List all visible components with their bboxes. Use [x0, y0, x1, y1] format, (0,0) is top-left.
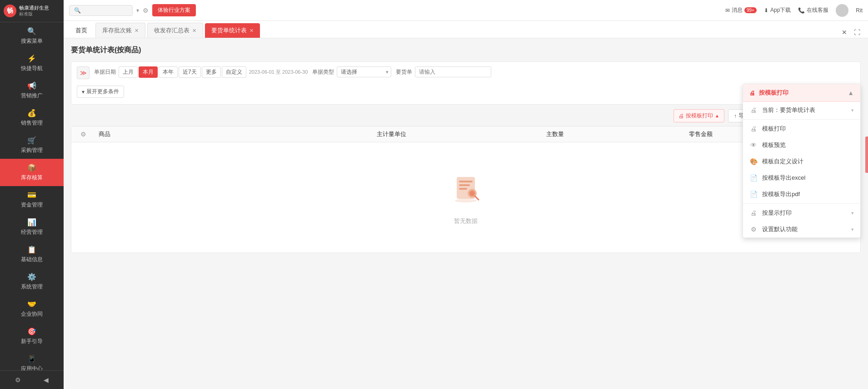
type-select[interactable]: 请选择 [337, 66, 391, 77]
date-btn-7days[interactable]: 近7天 [179, 66, 201, 78]
dropdown-item-display-print[interactable]: 🖨 按显示打印 ▾ [743, 205, 860, 221]
messages-btn[interactable]: ✉ 消息 99+ [725, 6, 757, 14]
tab-home-label: 首页 [75, 26, 87, 35]
sidebar-item-sales[interactable]: 💰 销售管理 [0, 104, 64, 131]
date-btn-this-year[interactable]: 本年 [159, 66, 178, 78]
filter-group-type: 单据类型 请选择 [312, 66, 391, 77]
date-buttons: 上月 本月 本年 近7天 更多 自定义 2023-06-01 至 2023-06… [119, 66, 308, 78]
sidebar-item-system[interactable]: ⚙️ 系统管理 [0, 268, 64, 295]
tab-maximize-btn[interactable]: ⛶ [852, 27, 863, 38]
content-area: 要货单统计表(按商品) ≫ 单据日期 上月 本月 本年 近7天 更多 自定义 [64, 38, 868, 389]
template-preview-icon: 👁 [749, 141, 758, 149]
dropdown-item-set-default[interactable]: ⚙ 设置默认功能 ▾ [743, 221, 860, 237]
print-template-btn[interactable]: 🖨 按模板打印 ▲ [673, 109, 724, 122]
dropdown-close-btn[interactable]: ▲ [848, 89, 854, 96]
sidebar-item-inventory[interactable]: 📦 库存核算 [0, 159, 64, 186]
newbie-icon: 🎯 [27, 327, 36, 336]
search-icon: 🔍 [27, 27, 36, 35]
goods-input[interactable] [415, 66, 491, 77]
sidebar-item-marketing[interactable]: 📢 营销推广 [0, 77, 64, 104]
dropdown-item-template-preview[interactable]: 👁 模板预览 [743, 137, 860, 153]
expand-label: 展开更多条件 [86, 88, 119, 96]
template-design-label: 模板自定义设计 [762, 157, 854, 166]
goods-filter-label: 要货单 [396, 68, 412, 76]
date-btn-current-month[interactable]: 本月 [139, 66, 158, 78]
purchase-icon: 🛒 [27, 136, 36, 145]
messages-label: 消息 [732, 6, 743, 14]
sidebar-item-label: 应用中心 [21, 365, 43, 370]
username: Rit [856, 7, 863, 14]
sidebar-items-list: 🔍 搜索菜单 ⚡ 快捷导航 📢 营销推广 💰 销售管理 🛒 采购管理 📦 库存核… [0, 22, 64, 370]
header-search-box[interactable]: 🔍 [69, 5, 133, 16]
dropdown-item-export-excel[interactable]: 📄 按模板导出excel [743, 170, 860, 186]
online-service-btn[interactable]: 📞 在线客服 [798, 6, 828, 14]
date-btn-custom[interactable]: 自定义 [222, 66, 246, 78]
logo-icon: 畅 [4, 5, 16, 17]
service-icon: 📞 [798, 7, 805, 14]
sidebar: 畅 畅康通好生意 标准版 🔍 搜索菜单 ⚡ 快捷导航 📢 营销推广 💰 销售管理… [0, 0, 64, 389]
sidebar-item-basic[interactable]: 📋 基础信息 [0, 241, 64, 268]
scroll-indicator[interactable] [865, 136, 868, 173]
sidebar-item-label: 销售管理 [21, 119, 43, 127]
tab-receipt-summary-close[interactable]: ✕ [192, 28, 196, 34]
date-btn-more[interactable]: 更多 [202, 66, 221, 78]
sidebar-item-label: 搜索菜单 [21, 37, 43, 45]
empty-icon [448, 170, 484, 212]
dropdown-current-template[interactable]: 🖨 当前：要货单统计表 ▾ [743, 102, 860, 118]
sidebar-item-finance[interactable]: 💳 资金管理 [0, 186, 64, 213]
filter-toggle-btn[interactable]: ≫ [77, 66, 90, 79]
col-quantity: 主数量 [543, 130, 685, 138]
sidebar-item-label: 营销推广 [21, 92, 43, 100]
dropdown-item-template-design[interactable]: 🎨 模板自定义设计 [743, 153, 860, 170]
operations-icon: 📊 [27, 218, 36, 227]
sidebar-item-app-center[interactable]: 📱 应用中心 [0, 350, 64, 370]
tabs-right-controls: ✕ ⛶ [839, 27, 863, 38]
tab-inventory-batch[interactable]: 库存批次账 ✕ [95, 23, 145, 38]
trial-btn[interactable]: 体验行业方案 [152, 4, 196, 16]
date-filter-label: 单据日期 [94, 68, 116, 76]
flash-icon: ⚡ [27, 54, 36, 63]
display-print-label: 按显示打印 [762, 209, 847, 217]
dropdown-item-export-pdf[interactable]: 📄 按模板导出pdf [743, 186, 860, 202]
export-pdf-icon: 📄 [749, 191, 758, 198]
filter-expand-icon: ≫ [80, 69, 87, 76]
app-download-btn[interactable]: ⬇ App下载 [764, 6, 791, 14]
svg-rect-3 [459, 184, 470, 186]
dropdown-item-template-print[interactable]: 🖨 模板打印 [743, 121, 860, 137]
header-chevron-icon[interactable]: ▾ [136, 7, 139, 14]
template-print-icon: 🖨 [749, 125, 758, 132]
sidebar-item-label: 新手引导 [21, 338, 43, 345]
header-search-icon: 🔍 [74, 7, 81, 14]
sidebar-item-newbie[interactable]: 🎯 新手引导 [0, 323, 64, 350]
tab-home[interactable]: 首页 [69, 23, 94, 38]
tab-receipt-summary[interactable]: 收发存汇总表 ✕ [147, 23, 203, 38]
sidebar-item-label: 采购管理 [21, 147, 43, 154]
sidebar-item-enterprise[interactable]: 🤝 企业协同 [0, 295, 64, 323]
logo-area: 畅 畅康通好生意 标准版 [0, 0, 64, 22]
svg-line-7 [475, 196, 479, 200]
sidebar-item-quick-nav[interactable]: ⚡ 快捷导航 [0, 50, 64, 77]
sidebar-item-operations[interactable]: 📊 经营管理 [0, 213, 64, 241]
type-select-wrap[interactable]: 请选择 [337, 66, 391, 77]
tab-inventory-batch-close[interactable]: ✕ [135, 28, 139, 34]
set-default-label: 设置默认功能 [762, 225, 847, 233]
app-download-label: App下载 [770, 6, 791, 14]
sidebar-item-label: 系统管理 [21, 283, 43, 291]
tab-close-all-btn[interactable]: ✕ [839, 27, 850, 38]
col-settings[interactable]: ⚙ [77, 131, 95, 138]
filter-group-goods: 要货单 [396, 66, 491, 77]
settings-gear-btn[interactable]: ⚙ [13, 374, 23, 385]
tab-order-stats-close[interactable]: ✕ [249, 28, 254, 34]
sidebar-item-search[interactable]: 🔍 搜索菜单 [0, 22, 64, 50]
sidebar-bottom: ⚙ ◀ [0, 370, 64, 389]
tab-order-stats[interactable]: 要货单统计表 ✕ [205, 23, 260, 38]
date-btn-last-month[interactable]: 上月 [119, 66, 138, 78]
collapse-btn[interactable]: ◀ [42, 374, 50, 385]
header-gear-icon[interactable]: ⚙ [143, 7, 149, 14]
expand-conditions-btn[interactable]: ▾ 展开更多条件 [77, 86, 124, 98]
sidebar-item-purchase[interactable]: 🛒 采购管理 [0, 131, 64, 159]
main-area: 🔍 ▾ ⚙ 体验行业方案 ✉ 消息 99+ ⬇ App下载 📞 在线客服 Rit [64, 0, 868, 389]
set-default-icon: ⚙ [749, 226, 758, 233]
tab-inventory-batch-label: 库存批次账 [102, 26, 132, 35]
svg-point-0 [455, 199, 477, 202]
